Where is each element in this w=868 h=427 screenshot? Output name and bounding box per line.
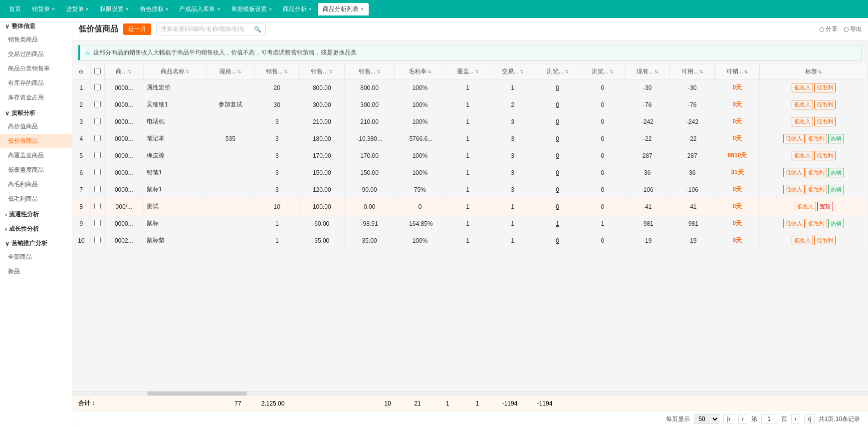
th-tags[interactable]: 标签⇅ — [760, 64, 868, 79]
sidebar-item-traded-goods[interactable]: 交易过的商品 — [0, 47, 72, 61]
th-code[interactable]: 商...⇅ — [104, 64, 144, 79]
browse1-link[interactable]: 0 — [556, 203, 559, 210]
cell-checkbox[interactable] — [90, 113, 104, 130]
nav-role-auth[interactable]: 角色授权 × — [135, 3, 174, 15]
row-checkbox[interactable] — [94, 101, 101, 107]
sidebar-section-growth[interactable]: › 成长性分析 — [0, 221, 72, 235]
close-template-settings[interactable]: × — [269, 6, 272, 12]
th-sales-qty[interactable]: 销售...⇅ — [254, 64, 299, 79]
cell-checkbox[interactable] — [90, 79, 104, 96]
page-size-select[interactable]: 50 100 — [694, 414, 719, 424]
browse1-link[interactable]: 0 — [556, 237, 559, 244]
search-icon[interactable]: 🔍 — [254, 26, 261, 33]
row-checkbox[interactable] — [94, 84, 101, 90]
browse1-link[interactable]: 0 — [556, 152, 559, 159]
th-trade[interactable]: 交易...⇅ — [490, 64, 535, 79]
row-checkbox[interactable] — [94, 203, 101, 209]
nav-product-analysis[interactable]: 商品分析 × — [278, 3, 317, 15]
cell-browse1[interactable]: 1 — [535, 215, 580, 232]
th-sellable[interactable]: 可销...⇅ — [715, 64, 760, 79]
row-checkbox[interactable] — [94, 135, 101, 141]
sidebar-item-stock-capital[interactable]: 库存资金占用 — [0, 90, 72, 105]
sidebar-item-high-coverage[interactable]: 高覆盖度商品 — [0, 148, 72, 163]
cell-browse1[interactable]: 0 — [535, 164, 580, 181]
row-checkbox[interactable] — [94, 169, 101, 175]
nav-purchase-order[interactable]: 进货单 × — [61, 3, 94, 15]
nav-finished-goods[interactable]: 产成品入库单 × — [174, 3, 225, 15]
export-button[interactable]: ⬡ 导出 — [844, 25, 862, 33]
share-button[interactable]: ⬡ 分享 — [819, 25, 838, 33]
sidebar-item-low-value[interactable]: 低价值商品 — [0, 134, 72, 148]
sidebar-section-circulation[interactable]: › 流通性分析 — [0, 206, 72, 221]
th-settings[interactable]: ⚙ — [72, 64, 90, 79]
sidebar-item-all-goods[interactable]: 全部商品 — [0, 250, 72, 264]
nav-sales-order[interactable]: 销货单 × — [27, 3, 60, 15]
sidebar-item-new-goods[interactable]: 新品 — [0, 264, 72, 279]
page-number-input[interactable] — [761, 415, 777, 424]
sidebar-item-stock-goods[interactable]: 有库存的商品 — [0, 76, 72, 90]
browse1-link[interactable]: 0 — [556, 101, 559, 108]
cell-browse1[interactable]: 0 — [535, 130, 580, 147]
nav-template-settings[interactable]: 单据模板设置 × — [226, 3, 277, 15]
cell-checkbox[interactable] — [90, 181, 104, 198]
browse1-link[interactable]: 0 — [556, 186, 559, 193]
browse1-link[interactable]: 1 — [556, 220, 559, 227]
close-permission-settings[interactable]: × — [126, 6, 129, 12]
sidebar-item-low-coverage[interactable]: 低覆盖度商品 — [0, 163, 72, 177]
th-coverage[interactable]: 覆盖...⇅ — [445, 64, 490, 79]
prev-page-button[interactable]: ‹ — [738, 414, 747, 424]
th-browse2[interactable]: 浏览...⇅ — [580, 64, 625, 79]
cell-checkbox[interactable] — [90, 147, 104, 164]
cell-browse1[interactable]: 0 — [535, 113, 580, 130]
row-checkbox[interactable] — [94, 118, 101, 124]
cell-checkbox[interactable] — [90, 198, 104, 215]
filter-recent-month-button[interactable]: 近一月 — [123, 23, 151, 35]
sidebar-item-category-sales-rate[interactable]: 商品分类销售率 — [0, 61, 72, 76]
cell-checkbox[interactable] — [90, 232, 104, 249]
row-checkbox[interactable] — [94, 186, 101, 192]
sidebar-section-overall[interactable]: ∨ 整体信息 — [0, 18, 72, 32]
cell-browse1[interactable]: 0 — [535, 181, 580, 198]
browse1-link[interactable]: 0 — [556, 84, 559, 91]
close-role-auth[interactable]: × — [166, 6, 169, 12]
th-name[interactable]: 商品名称⇅ — [144, 64, 207, 79]
th-current-stock[interactable]: 现有...⇅ — [625, 64, 670, 79]
th-sales-x[interactable]: 销售...⇅ — [344, 64, 395, 79]
th-browse1[interactable]: 浏览...⇅ — [535, 64, 580, 79]
close-product-analysis-list[interactable]: × — [361, 6, 364, 12]
row-checkbox[interactable] — [94, 237, 101, 243]
sidebar-section-marketing[interactable]: ∨ 营销推广分析 — [0, 235, 72, 250]
cell-browse1[interactable]: 0 — [535, 198, 580, 215]
cell-checkbox[interactable] — [90, 130, 104, 147]
nav-home[interactable]: 首页 — [4, 3, 26, 15]
cell-browse1[interactable]: 0 — [535, 147, 580, 164]
close-purchase-order[interactable]: × — [86, 6, 89, 12]
sidebar-item-sales-goods[interactable]: 销售类商品 — [0, 32, 72, 47]
th-checkbox[interactable] — [90, 64, 104, 79]
close-product-analysis[interactable]: × — [309, 6, 312, 12]
nav-product-analysis-list[interactable]: 商品分析列表 × — [318, 3, 369, 15]
sidebar-item-high-value[interactable]: 高价值商品 — [0, 119, 72, 134]
cell-browse1[interactable]: 0 — [535, 232, 580, 249]
th-available[interactable]: 可用...⇅ — [670, 64, 715, 79]
last-page-button[interactable]: ›| — [804, 414, 815, 424]
search-box[interactable]: 搜索条形码/编码/名称/规格/别名 🔍 — [156, 23, 266, 35]
row-checkbox[interactable] — [94, 220, 101, 226]
sidebar-item-high-margin[interactable]: 高毛利商品 — [0, 177, 72, 192]
first-page-button[interactable]: |‹ — [723, 414, 734, 424]
row-checkbox[interactable] — [94, 152, 101, 158]
next-page-button[interactable]: › — [791, 414, 800, 424]
close-finished-goods[interactable]: × — [217, 6, 220, 12]
cell-checkbox[interactable] — [90, 215, 104, 232]
cell-browse1[interactable]: 0 — [535, 96, 580, 113]
sidebar-section-contribution[interactable]: ∨ 贡献分析 — [0, 105, 72, 119]
cell-checkbox[interactable] — [90, 96, 104, 113]
th-gross-rate[interactable]: 毛利率⇅ — [395, 64, 445, 79]
browse1-link[interactable]: 0 — [556, 135, 559, 142]
cell-checkbox[interactable] — [90, 164, 104, 181]
nav-permission-settings[interactable]: 权限设置 × — [95, 3, 134, 15]
sidebar-item-low-margin[interactable]: 低毛利商品 — [0, 192, 72, 206]
cell-browse1[interactable]: 0 — [535, 79, 580, 96]
select-all-checkbox[interactable] — [94, 68, 101, 74]
th-sales-amount[interactable]: 销售...⇅ — [299, 64, 344, 79]
